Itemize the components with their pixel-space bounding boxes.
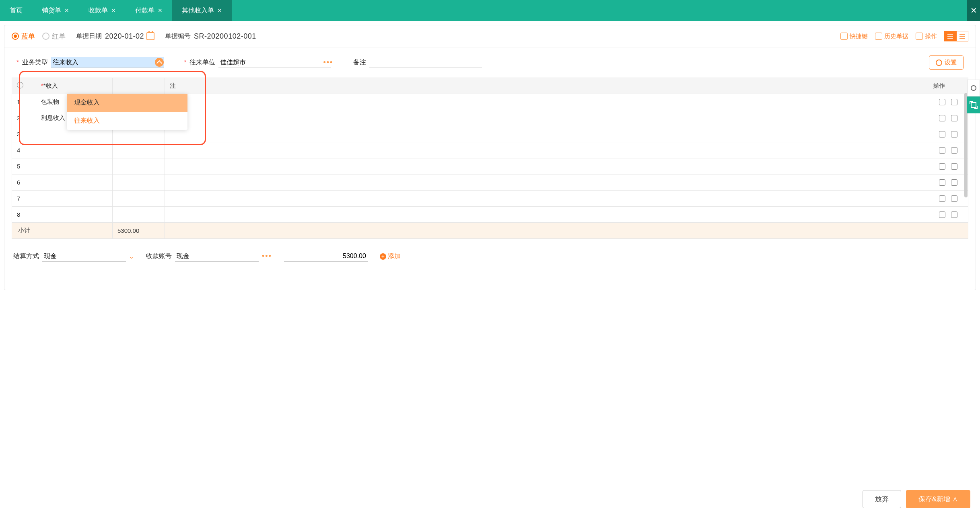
biz-type-field: * 业务类型 (16, 57, 164, 68)
tabbar-close-button[interactable]: ✕ (967, 0, 980, 21)
header-label: *收入 (43, 82, 58, 89)
delete-icon[interactable] (939, 115, 945, 121)
remark-cell[interactable] (165, 158, 928, 174)
biz-type-input[interactable] (51, 57, 164, 68)
tab-label: 付款单 (135, 6, 154, 15)
side-tools (967, 80, 980, 113)
amount-cell[interactable] (113, 158, 165, 174)
remark-cell[interactable] (165, 174, 928, 191)
radio-blue[interactable]: 蓝单 (12, 32, 35, 41)
delete-icon[interactable] (939, 195, 945, 202)
close-icon[interactable]: ✕ (217, 7, 222, 14)
table-row[interactable]: 4 (12, 142, 968, 158)
col-settings[interactable] (12, 78, 36, 94)
account-input[interactable] (175, 251, 259, 262)
delete-icon[interactable] (939, 131, 945, 137)
row-number: 3 (12, 126, 36, 142)
delete-icon[interactable] (939, 147, 945, 154)
add-settlement-button[interactable]: + 添加 (380, 252, 401, 261)
remark-cell[interactable] (165, 207, 928, 223)
plus-icon: + (380, 253, 386, 260)
subtotal-value: 5300.00 (113, 223, 165, 239)
row-number: 6 (12, 174, 36, 191)
close-icon[interactable]: ✕ (111, 7, 116, 14)
attachment-button[interactable] (967, 80, 980, 96)
delete-icon[interactable] (939, 99, 945, 105)
delete-icon[interactable] (939, 179, 945, 186)
amount-cell[interactable] (113, 142, 165, 158)
settle-method-field: 结算方式 ⌄ (13, 251, 134, 262)
remark-cell[interactable] (165, 94, 928, 110)
remark-cell[interactable] (165, 110, 928, 126)
tab-sales[interactable]: 销货单✕ (32, 0, 79, 21)
radio-red[interactable]: 红单 (42, 32, 66, 41)
lookup-icon[interactable]: ••• (262, 252, 272, 261)
col-amount (113, 78, 165, 94)
amount-cell[interactable] (113, 207, 165, 223)
close-icon[interactable]: ✕ (158, 7, 163, 14)
table-row[interactable]: 7 (12, 191, 968, 207)
remark-cell[interactable] (165, 126, 928, 142)
amount-cell[interactable] (113, 174, 165, 191)
remark-cell[interactable] (165, 142, 928, 158)
insert-icon[interactable] (951, 179, 957, 186)
view-list-button[interactable] (944, 31, 956, 41)
income-name-cell[interactable] (36, 174, 113, 191)
col-income: **收入 (36, 78, 113, 94)
history-icon (875, 33, 882, 40)
insert-icon[interactable] (951, 195, 957, 202)
table-row[interactable]: 5 (12, 158, 968, 174)
row-number: 8 (12, 207, 36, 223)
tab-receipt[interactable]: 收款单✕ (79, 0, 126, 21)
calendar-icon[interactable] (146, 32, 154, 40)
insert-icon[interactable] (951, 131, 957, 137)
tab-home[interactable]: 首页 (0, 0, 32, 21)
tab-payment[interactable]: 付款单✕ (126, 0, 172, 21)
insert-icon[interactable] (951, 147, 957, 154)
insert-icon[interactable] (951, 211, 957, 218)
close-icon[interactable]: ✕ (64, 7, 69, 14)
delete-icon[interactable] (939, 163, 945, 170)
insert-icon[interactable] (951, 99, 957, 105)
chevron-down-icon[interactable]: ⌄ (129, 253, 134, 260)
field-label: 收款账号 (146, 252, 172, 261)
fullscreen-button[interactable] (967, 96, 980, 113)
remark-input[interactable] (369, 57, 482, 68)
code-label: 单据编号 (165, 32, 191, 41)
radio-icon (12, 33, 19, 40)
income-name-cell[interactable] (36, 142, 113, 158)
dropdown-item-credit[interactable]: 往来收入 (67, 112, 187, 130)
required-star: * (184, 59, 186, 66)
income-name-cell[interactable] (36, 191, 113, 207)
amount-cell[interactable] (113, 191, 165, 207)
lookup-icon[interactable]: ••• (323, 58, 333, 67)
row-number: 2 (12, 110, 36, 126)
amount-input[interactable] (284, 251, 368, 262)
form-row: * 业务类型 * 往来单位 ••• 备注 设置 (4, 47, 976, 78)
date-value[interactable]: 2020-01-02 (105, 32, 144, 41)
bill-type-radio: 蓝单 红单 (12, 32, 66, 41)
table-row[interactable]: 6 (12, 174, 968, 191)
insert-icon[interactable] (951, 163, 957, 170)
link-icon (970, 84, 978, 92)
settle-method-input[interactable] (42, 251, 126, 262)
view-detail-button[interactable] (956, 31, 968, 41)
settings-button[interactable]: 设置 (929, 55, 964, 70)
keyboard-icon (840, 33, 848, 40)
row-number: 7 (12, 191, 36, 207)
income-name-cell[interactable] (36, 158, 113, 174)
tab-other-income[interactable]: 其他收入单✕ (172, 0, 232, 21)
history-button[interactable]: 历史单据 (875, 33, 908, 40)
remark-field: 备注 (353, 57, 482, 68)
operations-button[interactable]: 操作 (916, 33, 937, 40)
insert-icon[interactable] (951, 115, 957, 121)
income-name-cell[interactable] (36, 207, 113, 223)
shortcut-button[interactable]: 快捷键 (840, 33, 868, 40)
label: 设置 (945, 59, 957, 66)
delete-icon[interactable] (939, 211, 945, 218)
dropdown-item-cash[interactable]: 现金收入 (67, 94, 187, 112)
partner-input[interactable] (218, 57, 331, 68)
remark-cell[interactable] (165, 191, 928, 207)
table-row[interactable]: 8 (12, 207, 968, 223)
col-ops: 操作 (928, 78, 968, 94)
